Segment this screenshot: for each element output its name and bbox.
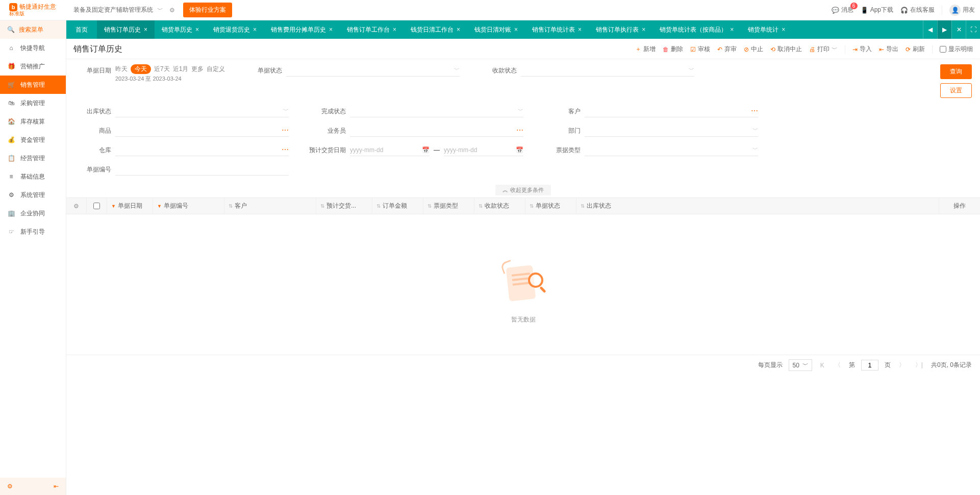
sidebar-item-cart[interactable]: 🛒销售管理 <box>0 76 66 94</box>
pay-status-select[interactable]: ﹀ <box>521 64 694 77</box>
date-chip[interactable]: 近1月 <box>173 65 189 73</box>
setting-button[interactable]: 设置 <box>940 83 972 98</box>
date-chip[interactable]: 昨天 <box>115 65 128 73</box>
print-button[interactable]: 🖨打印 ﹀ <box>809 45 838 54</box>
table-select-all[interactable] <box>87 198 107 214</box>
show-detail-input[interactable] <box>940 46 946 53</box>
tab-item[interactable]: 销货单历史× <box>155 20 206 39</box>
sidebar-item-data[interactable]: ≡基础信息 <box>0 167 66 186</box>
messages-link[interactable]: 💬 消息 6 <box>832 6 853 14</box>
export-button[interactable]: ⇤导出 <box>879 45 898 54</box>
invoice-type-select[interactable]: ﹀ <box>585 144 758 156</box>
th-col[interactable]: 单据日期 <box>107 198 153 214</box>
delete-button[interactable]: 🗑删除 <box>663 45 683 54</box>
close-icon[interactable]: × <box>329 26 333 33</box>
close-icon[interactable]: × <box>514 26 518 33</box>
sidebar-item-gift[interactable]: 🎁营销推广 <box>0 57 66 76</box>
close-icon[interactable]: × <box>393 26 396 33</box>
experience-button[interactable]: 体验行业方案 <box>183 3 232 17</box>
th-col[interactable]: 单据状态 <box>525 198 576 214</box>
th-col[interactable]: 收款状态 <box>474 198 525 214</box>
ellipsis-icon[interactable]: ⋯ <box>751 107 758 115</box>
th-col[interactable]: 单据编号 <box>153 198 224 214</box>
finish-status-select[interactable]: ﹀ <box>350 105 523 117</box>
bill-status-select[interactable]: ﹀ <box>286 64 460 77</box>
unstop-button[interactable]: ⟲取消中止 <box>770 45 802 54</box>
calendar-icon[interactable]: 📅 <box>422 146 430 154</box>
th-col[interactable]: 预计交货... <box>316 198 372 214</box>
date-chip[interactable]: 近7天 <box>154 65 170 73</box>
sidebar-item-home[interactable]: ⌂快捷导航 <box>0 39 66 57</box>
tab-item[interactable]: 销货退货历史× <box>206 20 264 39</box>
deliver-date-to[interactable]: 📅 <box>444 144 523 156</box>
customer-picker[interactable]: ⋯ <box>585 105 758 117</box>
page-last[interactable]: 〉| <box>913 361 925 369</box>
abandon-button[interactable]: ↶弃审 <box>717 45 737 54</box>
tab-item[interactable]: 销货单统计× <box>741 20 792 39</box>
tab-item[interactable]: 销售订单工作台× <box>340 20 404 39</box>
page-input[interactable] <box>861 360 878 370</box>
online-service-link[interactable]: 🎧 在线客服 <box>900 6 935 14</box>
date-chip[interactable]: 更多 <box>191 65 204 73</box>
stop-button[interactable]: ⊘中止 <box>744 45 763 54</box>
sidebar-item-warehouse[interactable]: 🏠库存核算 <box>0 112 66 131</box>
collapse-sidebar-icon[interactable]: ⇤ <box>54 483 59 490</box>
tabs-scroll-left[interactable]: ◀ <box>923 20 937 39</box>
ellipsis-icon[interactable]: ⋯ <box>282 126 289 134</box>
th-col[interactable]: 客户 <box>224 198 316 214</box>
gear-icon[interactable]: ⚙ <box>169 7 175 14</box>
query-button[interactable]: 查询 <box>940 64 972 79</box>
sidebar-item-corp[interactable]: 🏢企业协同 <box>0 204 66 222</box>
th-col[interactable]: 出库状态 <box>576 198 939 214</box>
close-icon[interactable]: × <box>578 26 582 33</box>
close-icon[interactable]: × <box>642 26 645 33</box>
user-menu[interactable]: 👤 用友 <box>949 5 975 16</box>
close-icon[interactable]: × <box>195 26 199 33</box>
table-settings-icon[interactable]: ⚙ <box>66 198 87 214</box>
tab-item[interactable]: 钱货日清对账× <box>467 20 525 39</box>
date-chip[interactable]: 自定义 <box>207 65 225 73</box>
out-status-select[interactable]: ﹀ <box>115 105 289 117</box>
settings-icon[interactable]: ⚙ <box>7 483 13 490</box>
sidebar-item-system[interactable]: ⚙系统管理 <box>0 186 66 204</box>
add-button[interactable]: ＋新增 <box>635 45 656 54</box>
page-first[interactable]: K <box>818 362 826 369</box>
tab-item[interactable]: 销售订单执行表× <box>589 20 652 39</box>
tab-item[interactable]: 销售订单历史× <box>97 20 155 39</box>
close-icon[interactable]: × <box>730 26 734 33</box>
product-picker[interactable]: ⋯ <box>115 125 289 137</box>
warehouse-picker[interactable]: ⋯ <box>115 144 289 156</box>
page-next[interactable]: 〉 <box>897 361 907 369</box>
ellipsis-icon[interactable]: ⋯ <box>516 126 523 134</box>
app-download-link[interactable]: 📱 App下载 <box>861 6 893 14</box>
refresh-button[interactable]: ⟳刷新 <box>906 45 925 54</box>
tabs-scroll-right[interactable]: ▶ <box>937 20 951 39</box>
audit-button[interactable]: ☑审核 <box>690 45 710 54</box>
th-col[interactable]: 订单金额 <box>372 198 423 214</box>
deliver-date-from[interactable]: 📅 <box>350 144 430 156</box>
close-icon[interactable]: × <box>144 26 147 33</box>
page-prev[interactable]: 〈 <box>833 361 843 369</box>
collapse-filters[interactable]: ︽ 收起更多条件 <box>495 185 551 195</box>
sidebar-search[interactable]: 🔍 搜索菜单 <box>0 20 66 39</box>
sidebar-item-money[interactable]: 💰资金管理 <box>0 131 66 149</box>
import-button[interactable]: ⇥导入 <box>852 45 872 54</box>
department-select[interactable]: ﹀ <box>585 125 758 137</box>
tab-item[interactable]: 销货单统计表（按商品）× <box>652 20 741 39</box>
tab-item[interactable]: 销售订单统计表× <box>525 20 589 39</box>
per-page-select[interactable]: 50 ﹀ <box>789 359 812 371</box>
salesman-picker[interactable]: ⋯ <box>350 125 523 137</box>
close-icon[interactable]: × <box>782 26 785 33</box>
system-selector[interactable]: 装备及固定资产辅助管理系统 ﹀ <box>73 6 163 14</box>
calendar-icon[interactable]: 📅 <box>516 146 523 154</box>
sidebar-item-report[interactable]: 📋经营管理 <box>0 149 66 167</box>
bill-no-input[interactable] <box>115 163 289 176</box>
sidebar-item-bag[interactable]: 🛍采购管理 <box>0 94 66 112</box>
tab-item[interactable]: 钱货日清工作台× <box>404 20 467 39</box>
tab-item[interactable]: 销售费用分摊单历史× <box>264 20 340 39</box>
close-icon[interactable]: × <box>457 26 460 33</box>
tabs-close-all[interactable]: ✕ <box>951 20 966 39</box>
show-detail-checkbox[interactable]: 显示明细 <box>940 45 973 54</box>
tabs-fullscreen[interactable]: ⛶ <box>966 20 980 39</box>
tab-home[interactable]: 首页 <box>66 20 97 39</box>
